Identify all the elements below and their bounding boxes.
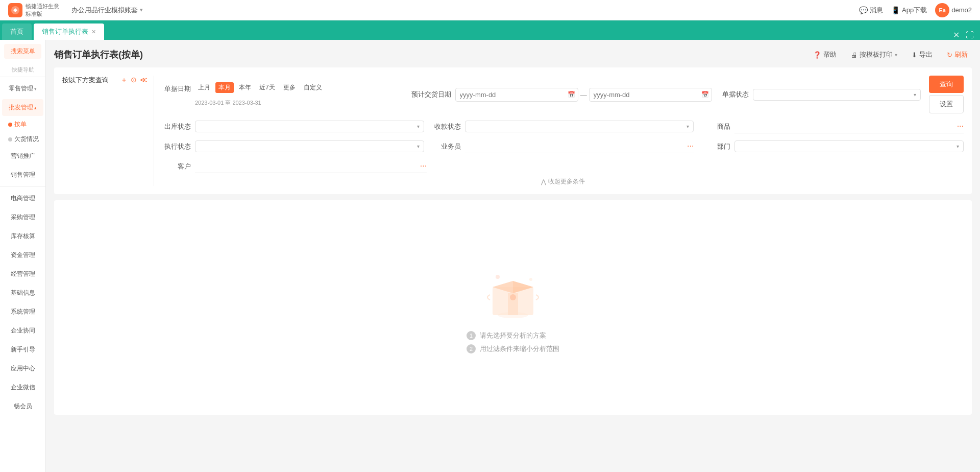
message-btn[interactable]: 💬 消息 — [859, 6, 883, 15]
search-btn[interactable]: 查询 — [929, 76, 964, 93]
cal-start-icon[interactable]: 📅 — [568, 91, 575, 98]
date-tag-7days[interactable]: 近7天 — [256, 82, 278, 93]
maximize-icon[interactable]: ⛶ — [966, 31, 974, 40]
customer-picker-icon[interactable]: ··· — [420, 161, 427, 171]
customer-group: 客户 ··· — [162, 159, 427, 173]
action-buttons: 查询 设置 — [929, 76, 964, 113]
receipt-status-label: 收款状态 — [432, 122, 461, 131]
empty-step-1: 1 请先选择要分析的方案 — [467, 331, 559, 340]
page-actions: ❓ 帮助 🖨 按模板打印 ▾ ⬇ 导出 ↻ 刷新 — [809, 48, 972, 61]
collapse-icon: ⋀ — [541, 178, 546, 185]
sidebar-item-marketing[interactable]: 营销推广 — [2, 148, 43, 164]
receipt-status-select[interactable]: ▾ — [465, 121, 694, 132]
expected-delivery-group: 预计交货日期 📅 — — [411, 88, 712, 102]
inactive-indicator — [8, 137, 12, 141]
sidebar-item-sales[interactable]: 销售管理 — [2, 167, 43, 183]
out-status-select[interactable]: ▾ — [195, 121, 424, 132]
sidebar-item-system[interactable]: 系统管理 — [2, 303, 43, 320]
dept-label: 部门 — [702, 142, 730, 151]
date-tag-last-month[interactable]: 上月 — [195, 82, 213, 93]
status-group: 单据状态 ▾ — [720, 89, 921, 101]
sidebar-sub-item-backorder[interactable]: 欠货情况 — [4, 132, 45, 147]
date-filter-group: 单据日期 上月 本月 本年 近7天 更多 自定义 — [162, 82, 403, 107]
filter-panel: 按以下方案查询 ＋ ⊙ ≪ — [54, 67, 972, 194]
exec-status-group: 执行状态 ▾ — [162, 140, 424, 152]
tab-close-icon[interactable]: ✕ — [91, 29, 96, 35]
expected-delivery-end[interactable] — [589, 88, 712, 102]
date-tag-more[interactable]: 更多 — [280, 82, 299, 93]
help-btn[interactable]: ❓ 帮助 — [809, 48, 841, 61]
dept-select[interactable]: ▾ — [734, 140, 964, 152]
sidebar-item-ecommerce[interactable]: 电商管理 — [2, 190, 43, 207]
sidebar-item-corp-wechat[interactable]: 企业微信 — [2, 379, 43, 396]
scheme-icons: ＋ ⊙ ≪ — [120, 76, 148, 85]
expected-delivery-start[interactable] — [455, 88, 578, 102]
expected-delivery-label: 预计交货日期 — [411, 90, 451, 99]
app-download-btn[interactable]: 📱 App下载 — [891, 6, 927, 15]
sidebar-item-wholesale[interactable]: 批发管理 ▴ — [2, 99, 43, 116]
salesperson-label: 业务员 — [432, 142, 461, 151]
salesperson-picker-icon[interactable]: ··· — [687, 141, 694, 151]
sidebar-divider-1 — [0, 77, 45, 77]
add-scheme-icon[interactable]: ＋ — [120, 76, 128, 85]
sidebar-item-corp-collab[interactable]: 企业协同 — [2, 322, 43, 339]
sidebar-item-operations[interactable]: 经营管理 — [2, 266, 43, 282]
refresh-scheme-icon[interactable]: ⊙ — [131, 76, 137, 85]
help-icon: ❓ — [813, 51, 821, 59]
date-tag-custom[interactable]: 自定义 — [301, 82, 325, 93]
sidebar-sub-item-by-order[interactable]: 按单 — [4, 117, 45, 132]
filter-row-1: 单据日期 上月 本月 本年 近7天 更多 自定义 — [162, 76, 964, 113]
print-btn[interactable]: 🖨 按模板打印 ▾ — [847, 48, 901, 61]
avatar: Ea — [935, 3, 949, 17]
svg-point-4 — [498, 312, 528, 318]
empty-step-2: 2 用过滤条件来缩小分析范围 — [467, 344, 559, 353]
filter-row-3: 执行状态 ▾ 业务员 ··· — [162, 139, 964, 153]
filter-row-4: 客户 ··· — [162, 159, 964, 173]
export-icon: ⬇ — [912, 51, 917, 59]
status-select-arrow: ▾ — [914, 92, 916, 98]
date-label: 单据日期 — [162, 84, 191, 93]
sidebar-item-member[interactable]: 畅会员 — [2, 398, 43, 415]
collapse-btn[interactable]: ⋀ 收起更多条件 — [541, 177, 585, 186]
reset-btn[interactable]: 设置 — [929, 95, 964, 113]
filter-row-2: 出库状态 ▾ 收款状态 — [162, 120, 964, 133]
cal-end-icon[interactable]: 📅 — [701, 91, 709, 98]
sidebar-item-retail[interactable]: 零售管理 ▾ — [2, 80, 43, 97]
tab-end-actions: ✕ ⛶ — [947, 30, 980, 40]
main-layout: 搜索菜单 快捷导航 零售管理 ▾ 批发管理 ▴ 按单 欠货情况 营销推广 销售管… — [0, 40, 980, 472]
close-window-icon[interactable]: ✕ — [953, 30, 960, 40]
search-menu-btn[interactable]: 搜索菜单 — [4, 44, 41, 59]
svg-point-6 — [529, 278, 532, 281]
quick-nav-label: 快捷导航 — [0, 63, 45, 75]
out-status-label: 出库状态 — [162, 122, 191, 131]
sidebar-item-app-center[interactable]: 应用中心 — [2, 360, 43, 377]
collapse-btn-area: ⋀ 收起更多条件 — [162, 173, 964, 186]
filter-rows: 单据日期 上月 本月 本年 近7天 更多 自定义 — [162, 76, 964, 173]
refresh-btn[interactable]: ↻ 刷新 — [943, 48, 972, 61]
status-label: 单据状态 — [720, 90, 749, 99]
exec-status-select[interactable]: ▾ — [195, 140, 424, 152]
content-area: 销售订单执行表(按单) ❓ 帮助 🖨 按模板打印 ▾ ⬇ 导出 — [46, 40, 980, 472]
sidebar-item-basic-info[interactable]: 基础信息 — [2, 285, 43, 301]
sidebar-item-inventory[interactable]: 库存核算 — [2, 228, 43, 245]
receipt-status-arrow: ▾ — [687, 124, 689, 129]
date-tag-this-month[interactable]: 本月 — [215, 82, 234, 93]
out-status-arrow: ▾ — [417, 124, 420, 129]
export-btn[interactable]: ⬇ 导出 — [908, 48, 937, 61]
dept-arrow: ▾ — [957, 144, 959, 149]
tab-sales-order[interactable]: 销售订单执行表 ✕ — [34, 23, 104, 40]
sidebar-item-purchase[interactable]: 采购管理 — [2, 209, 43, 226]
tab-home[interactable]: 首页 — [2, 23, 32, 40]
user-menu-btn[interactable]: Ea demo2 — [935, 3, 972, 17]
top-right: 💬 消息 📱 App下载 Ea demo2 — [859, 3, 972, 17]
date-separator: — — [580, 91, 587, 99]
sidebar-item-finance[interactable]: 资金管理 — [2, 247, 43, 264]
status-select[interactable]: ▾ — [753, 89, 921, 101]
sidebar-item-onboarding[interactable]: 新手引导 — [2, 341, 43, 358]
product-picker-icon[interactable]: ··· — [957, 122, 964, 131]
collapse-scheme-icon[interactable]: ≪ — [140, 76, 148, 85]
receipt-status-group: 收款状态 ▾ — [432, 121, 694, 132]
date-tag-this-year[interactable]: 本年 — [236, 82, 254, 93]
exec-status-arrow: ▾ — [417, 144, 420, 149]
filter-scheme-title: 按以下方案查询 ＋ ⊙ ≪ — [62, 76, 148, 85]
